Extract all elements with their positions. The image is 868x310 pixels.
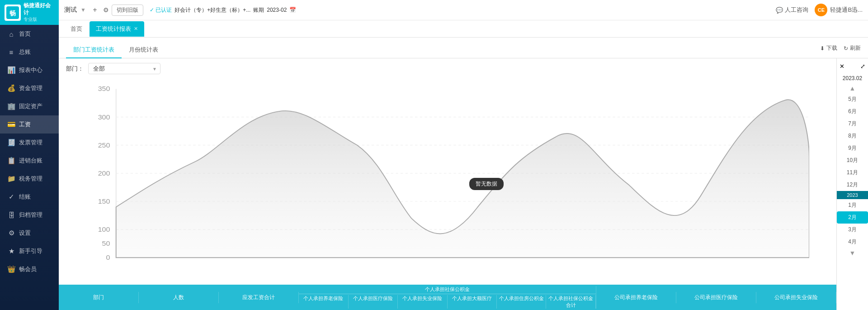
settings-gear-icon[interactable]: ⚙ [103, 6, 109, 14]
svg-text:250: 250 [98, 141, 110, 148]
col-medical: 个人承担医疗保险 [349, 295, 398, 309]
consult-icon: 💬 [776, 7, 783, 14]
logo-text-wrap: 畅捷通好会计 专业版 [24, 2, 54, 23]
main-area: 测试 ▼ + ⚙ 切到旧版 ✓ 已认证 好会计（专）+好生意（标）+... 账期… [59, 0, 868, 310]
sidebar-item-label: 新手引导 [19, 247, 42, 255]
svg-text:100: 100 [98, 226, 110, 233]
consult-button[interactable]: 💬 人工咨询 [776, 6, 808, 14]
sidebar-item-label: 进销台账 [19, 157, 42, 165]
download-icon: ⬇ [820, 45, 825, 52]
dept-filter-label: 部门： [66, 65, 84, 73]
sidebar-item-invoices[interactable]: 🧾 发票管理 [0, 134, 59, 152]
tab-home[interactable]: 首页 [64, 21, 89, 37]
chart-svg-wrap: 350 300 250 200 150 100 50 0 [86, 83, 809, 280]
month-6[interactable]: 6月 [837, 105, 868, 118]
svg-text:200: 200 [98, 169, 110, 176]
col-comp-medical: 公司承担医疗保险 [676, 292, 756, 303]
chart-area: 350 300 250 200 150 100 50 0 [59, 79, 836, 285]
close-panel-icon[interactable]: ✕ [840, 63, 844, 70]
header-dropdown-icon[interactable]: ▼ [80, 7, 86, 13]
panel-controls: ✕ ⤢ [837, 61, 868, 72]
sidebar-item-salary[interactable]: 💳 工资 [0, 115, 59, 134]
assets-icon: 🏢 [7, 102, 15, 110]
month-2023-2[interactable]: 2月 [837, 211, 868, 224]
header-title: 测试 [64, 6, 77, 14]
sub-tab-month[interactable]: 月份统计表 [122, 42, 165, 58]
sidebar-item-sales[interactable]: 📋 进销台账 [0, 152, 59, 170]
sidebar-item-assets[interactable]: 🏢 固定资产 [0, 97, 59, 115]
month-12[interactable]: 12月 [837, 179, 868, 191]
sub-tab-actions: ⬇ 下载 ↻ 刷新 [820, 44, 861, 56]
sidebar-item-settle[interactable]: ✓ 结账 [0, 188, 59, 206]
dept-select[interactable]: 全部 财务部 技术部 行政部 销售部 [88, 63, 160, 74]
month-9[interactable]: 9月 [837, 142, 868, 154]
sidebar-item-archive[interactable]: 🗄 归档管理 [0, 206, 59, 224]
sidebar-item-vip[interactable]: 👑 畅会员 [0, 260, 59, 278]
table-col-dept: 部门 [59, 292, 139, 303]
col-housing: 个人承担住房公积金 [497, 295, 546, 309]
tax-icon: 📁 [7, 175, 15, 183]
sidebar-item-label: 首页 [19, 30, 31, 38]
sidebar-item-reports[interactable]: 📊 报表中心 [0, 61, 59, 79]
table-group-personal-label: 个人承担社保公积金 [299, 286, 595, 294]
home-icon: ⌂ [7, 30, 15, 38]
sidebar-item-settings[interactable]: ⚙ 设置 [0, 224, 59, 242]
tab-bar: 首页 工资统计报表 ✕ [59, 20, 868, 38]
tab-home-label: 首页 [71, 25, 82, 33]
table-col-people: 人数 [139, 292, 219, 303]
sidebar-item-label: 归档管理 [19, 211, 42, 219]
settings-icon: ⚙ [7, 229, 15, 237]
sales-icon: 📋 [7, 157, 15, 165]
sidebar-item-label: 设置 [19, 229, 31, 237]
calendar-icon[interactable]: 📅 [289, 7, 296, 13]
col-pension: 个人承担养老保险 [299, 295, 348, 309]
reports-icon: 📊 [7, 66, 15, 74]
invoices-icon: 🧾 [7, 138, 15, 147]
month-11[interactable]: 11月 [837, 167, 868, 179]
tab-salary-stats[interactable]: 工资统计报表 ✕ [90, 21, 144, 37]
sidebar-item-home[interactable]: ⌂ 首页 [0, 25, 59, 43]
sidebar-item-label: 报表中心 [19, 66, 42, 74]
svg-text:50: 50 [102, 240, 110, 247]
inner-main: 部门： 全部 财务部 技术部 行政部 销售部 [59, 58, 836, 310]
month-7[interactable]: 7月 [837, 118, 868, 130]
svg-text:300: 300 [98, 113, 110, 120]
period-value: 2023-02 [267, 7, 287, 13]
month-8[interactable]: 8月 [837, 130, 868, 142]
sidebar-item-ledger[interactable]: ≡ 总账 [0, 43, 59, 61]
add-button[interactable]: + [90, 5, 100, 15]
sidebar-item-label: 资金管理 [19, 84, 42, 92]
bottom-table: 部门 人数 应发工资合计 个人承担社保公积金 个人承担养老保险 [59, 285, 836, 310]
expand-panel-icon[interactable]: ⤢ [860, 63, 865, 70]
sub-tab-dept[interactable]: 部门工资统计表 [66, 42, 122, 58]
sidebar-logo: 畅 畅捷通好会计 专业版 [0, 0, 59, 25]
guide-icon: ★ [7, 247, 15, 255]
refresh-button[interactable]: ↻ 刷新 [844, 44, 861, 52]
date-nav-up[interactable]: ▲ [848, 83, 857, 93]
sidebar-item-funds[interactable]: 💰 资金管理 [0, 79, 59, 97]
user-info: CE 轻捷通B迅... [815, 4, 863, 16]
tab-close-icon[interactable]: ✕ [134, 26, 138, 32]
month-5[interactable]: 5月 [837, 93, 868, 105]
svg-text:0: 0 [106, 254, 110, 261]
certified-badge: ✓ 已认证 [150, 6, 172, 14]
user-name: 轻捷通B迅... [830, 6, 863, 14]
col-social-total: 个人承担社保公积金合计 [546, 295, 595, 309]
sidebar-item-label: 工资 [19, 120, 31, 129]
month-2023-4[interactable]: 4月 [837, 236, 868, 248]
sidebar-item-label: 畅会员 [19, 265, 37, 273]
month-2023-1[interactable]: 1月 [837, 199, 868, 211]
svg-text:畅: 畅 [9, 10, 16, 17]
salary-icon: 💳 [7, 120, 15, 129]
header-actions: + ⚙ 切到旧版 [90, 5, 143, 16]
date-nav-down[interactable]: ▼ [848, 248, 857, 258]
sidebar-item-guide[interactable]: ★ 新手引导 [0, 242, 59, 260]
month-2023-3[interactable]: 3月 [837, 224, 868, 236]
sidebar-item-tax[interactable]: 📁 税务管理 [0, 170, 59, 188]
switch-view-button[interactable]: 切到旧版 [112, 5, 143, 16]
refresh-icon: ↻ [844, 45, 848, 52]
settle-icon: ✓ [7, 193, 15, 201]
download-button[interactable]: ⬇ 下载 [820, 44, 837, 52]
col-unemployment: 个人承担失业保险 [398, 295, 447, 309]
month-10[interactable]: 10月 [837, 154, 868, 167]
